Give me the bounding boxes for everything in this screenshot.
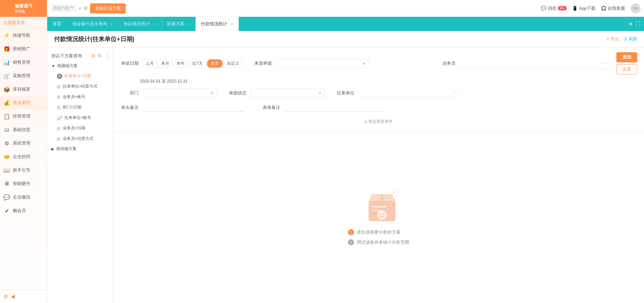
pc-group-title[interactable]: ▼ 电脑端方案	[47, 61, 113, 71]
company-name: 用友汽配***	[51, 4, 77, 12]
date-btn-this-month[interactable]: 本月	[158, 59, 172, 68]
scheme-counterpart-account[interactable]: 📈 往来单位+账号	[47, 113, 113, 123]
sidebar-label-guide: 新手引导	[13, 167, 30, 173]
scheme-salesman-account[interactable]: ⊞ 业务员+账号	[47, 92, 113, 102]
scheme-label-dept-date: 部门+日期	[63, 104, 81, 110]
tab-receipt-stats[interactable]: 收款情况统计 ×	[118, 17, 161, 31]
sidebar-item-weixin[interactable]: 💬 企业微信	[0, 190, 47, 204]
scheme-label-salesman-date: 业务员+日期	[63, 125, 85, 131]
tab-pay-stats[interactable]: 付款情况统计 ×	[196, 17, 238, 31]
source-voucher-chevron	[363, 61, 365, 66]
money-icon: 💰	[3, 99, 10, 106]
tab-home-label: 首页	[53, 21, 61, 27]
lightning-icon: ⚡	[3, 32, 10, 39]
tab-new-plan-close[interactable]: ×	[188, 22, 190, 26]
monitor-icon: 🖥	[3, 180, 10, 187]
settings-scheme-icon[interactable]: ⚙	[97, 53, 102, 59]
sidebar-item-quick-nav[interactable]: ⚡ 快捷导航	[0, 29, 47, 42]
date-btn-custom[interactable]: 自定义	[224, 59, 242, 68]
counterpart-dots[interactable]: ···	[453, 90, 460, 96]
tab-pay-stats-close[interactable]: ×	[231, 22, 233, 26]
sidebar-item-member[interactable]: ✔ 畅会员	[0, 204, 47, 217]
scheme-dept-date[interactable]: ⊞ 部门+日期	[47, 102, 113, 113]
query-button[interactable]: 查询	[616, 52, 637, 62]
trial-button[interactable]: 体验行业方案	[90, 3, 126, 13]
settings-icon[interactable]: ⚙	[83, 5, 88, 11]
tabbar: 首页 现金银行流水查询 × 收款情况统计 × 新建方案 × 付款情况统计 × ✕…	[47, 17, 644, 31]
right-content: 单据日期 上月 本月 本年 近7天 更多 自定义 来源单据	[113, 48, 644, 303]
sidebar-item-purchase[interactable]: 🛒 采购管理	[0, 69, 47, 83]
filter-dates: 上月 本月 本年 近7天 更多 自定义	[143, 59, 242, 68]
date-btn-this-year[interactable]: 本年	[174, 59, 188, 68]
sidebar-item-sales[interactable]: 📊 销售管理	[0, 56, 47, 69]
service-button[interactable]: 🎧 在线客服	[601, 5, 625, 11]
collapse-more-button[interactable]: ∧ 收起更多条件	[120, 116, 637, 127]
sidebar-item-guide[interactable]: 📖 新手引导	[0, 163, 47, 177]
sidebar-item-marketing[interactable]: 🎁 营销推广	[0, 42, 47, 56]
empty-tip-row-1: 1 请先选择要分析的方案	[348, 228, 409, 237]
book-icon: 📖	[3, 167, 10, 174]
sidebar-item-system[interactable]: ⚙ 系统管理	[0, 137, 47, 150]
company-dropdown-icon[interactable]: ▾	[79, 6, 81, 11]
date-btn-more[interactable]: 更多	[207, 59, 223, 68]
sidebar-label-finance: 资金管理	[13, 100, 30, 106]
expand-icon[interactable]: ⛶	[635, 21, 641, 27]
tab-receipt-stats-close[interactable]: ×	[153, 22, 155, 26]
scheme-salesman-settlement[interactable]: ⊞ 业务员+结算方式	[47, 133, 113, 144]
header-note-input[interactable]	[143, 103, 244, 112]
sidebar-item-enterprise[interactable]: 🤝 企业协同	[0, 150, 47, 163]
body-note-input[interactable]	[284, 103, 385, 112]
tab-bank-flow-close[interactable]: ×	[111, 22, 113, 26]
topbar-right: 💬 消息 99+ 📱 App下载 🎧 在线客服 Rit	[541, 3, 641, 13]
close-all-tabs-icon[interactable]: ✕	[628, 21, 633, 27]
left-panel: 按以下方案查询 ⊕ ⚙ 《 ▼ 电脑端方案 🔘 往来单位+日期	[47, 48, 113, 303]
settings-button[interactable]: 设置	[616, 64, 637, 74]
dept-select[interactable]	[143, 88, 217, 97]
date-btn-7days[interactable]: 近7天	[189, 59, 206, 68]
scheme-counterpart-date[interactable]: 🔘 往来单位+日期	[47, 71, 113, 81]
message-badge: 99+	[558, 6, 567, 10]
sidebar-item-search-menu[interactable]: ☰ 搜索菜单	[0, 17, 47, 29]
refresh-button[interactable]: ↺ 刷新	[623, 36, 637, 42]
scheme-salesman-date[interactable]: ⊞ 业务员+日期	[47, 123, 113, 133]
collapse-panel-icon[interactable]: 《	[104, 53, 109, 59]
message-button[interactable]: 💬 消息 99+	[541, 5, 567, 11]
sidebar-item-basic-info[interactable]: 🗂 基础信息	[0, 123, 47, 137]
counterpart-input[interactable]	[358, 88, 453, 97]
topbar-logo-area: 用友汽配*** ▾ ⚙ 体验行业方案	[51, 3, 538, 13]
sidebar-label-marketing: 营销推广	[13, 46, 30, 52]
filter-row-2: 部门 单据状态 往来单位 ···	[120, 87, 637, 99]
empty-svg	[358, 187, 406, 224]
source-voucher-select[interactable]	[274, 59, 369, 68]
voucher-status-select[interactable]	[251, 88, 325, 97]
collapse-sidebar-icon[interactable]: ◀	[11, 293, 15, 300]
tab-home[interactable]: 首页	[47, 17, 67, 31]
scheme-label-salesman-account: 业务员+账号	[63, 94, 85, 100]
salesman-dots[interactable]: ···	[603, 60, 610, 66]
mobile-group-title[interactable]: ▶ 移动端方案	[47, 144, 113, 154]
sidebar-logo-text: 畅捷通巧	[15, 3, 32, 9]
app-download-button[interactable]: 📱 App下载	[572, 5, 595, 11]
header-note-label: 表头备注	[120, 104, 139, 111]
sidebar-item-hardware[interactable]: 🖥 智能硬件	[0, 177, 47, 190]
sidebar-label-inventory: 库存核算	[13, 86, 30, 92]
sidebar-item-finance[interactable]: 💰 资金管理	[0, 96, 47, 110]
add-scheme-icon[interactable]: ⊕	[91, 53, 95, 59]
scheme-counterpart-settlement[interactable]: ⊞ 往来单位+结算方式	[47, 81, 113, 92]
avatar-text: Rit	[633, 6, 638, 11]
salesman-input[interactable]	[458, 59, 603, 68]
scheme-label-counterpart-date: 往来单位+日期	[64, 73, 91, 79]
tabbar-right: ✕ ⛶	[628, 21, 644, 27]
date-btn-last-month[interactable]: 上月	[143, 59, 157, 68]
tab-bank-flow-label: 现金银行流水查询	[72, 21, 107, 27]
folder-icon: 🗂	[3, 126, 10, 133]
empty-illustration	[358, 187, 399, 221]
export-button[interactable]: ↗ 导出	[606, 36, 619, 42]
tab-bank-flow[interactable]: 现金银行流水查询 ×	[67, 17, 118, 31]
user-avatar[interactable]: Rit	[631, 3, 641, 13]
tab-new-plan[interactable]: 新建方案 ×	[162, 17, 196, 31]
sidebar-item-operations[interactable]: 📋 经营管理	[0, 110, 47, 123]
sidebar-item-inventory[interactable]: 📦 库存核算	[0, 83, 47, 96]
salesman-label: 业务员	[437, 60, 456, 66]
settings-bottom-icon[interactable]: ⚙	[3, 293, 8, 300]
